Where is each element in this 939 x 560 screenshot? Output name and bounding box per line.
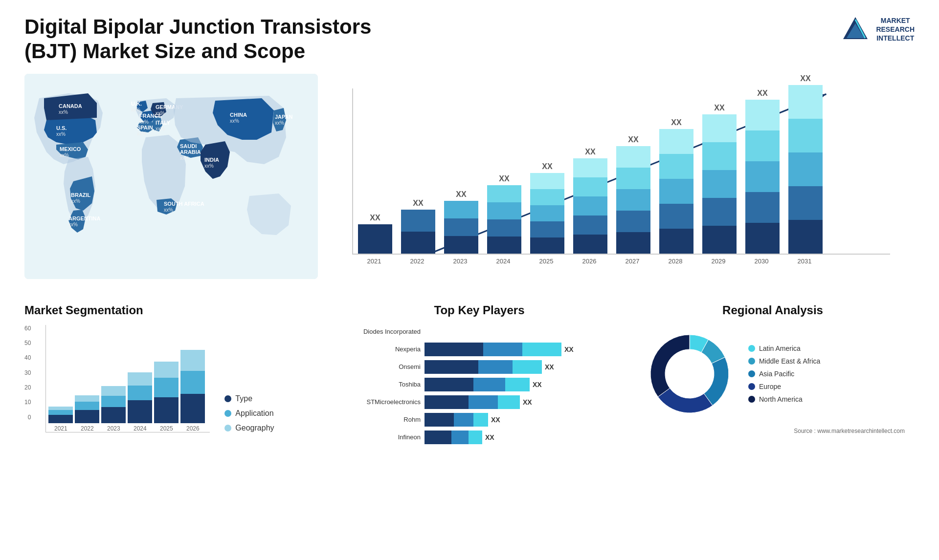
reg-legend-item-europe: Europe	[748, 383, 820, 390]
reg-legend-item-asia-pacific: Asia Pacific	[748, 370, 820, 378]
seg-bar-stacked	[154, 362, 179, 423]
japan-label: JAPAN	[275, 114, 293, 120]
player-bar-seg	[478, 360, 513, 374]
seg-year-label: 2026	[186, 425, 200, 432]
reg-legend-dot	[748, 383, 755, 390]
reg-legend-dot	[748, 370, 755, 377]
bar-segment	[745, 192, 780, 223]
bar-segment	[745, 161, 780, 192]
player-bar-seg	[473, 413, 488, 427]
player-name: Diodes Incorporated	[342, 328, 421, 335]
seg-bar-group: 2025	[154, 362, 179, 432]
donut-segment-north-america	[650, 335, 690, 397]
india-label: INDIA	[204, 157, 219, 163]
player-name: Rohm	[342, 416, 421, 423]
bar-stacked-2028	[659, 129, 693, 254]
player-value: XX	[485, 433, 494, 441]
bar-group-2027: XX	[616, 135, 650, 254]
donut-segment-asia-pacific	[704, 357, 729, 406]
player-row: InfineonXX	[342, 431, 616, 444]
svg-text:xx%: xx%	[164, 207, 173, 213]
svg-text:xx%: xx%	[71, 198, 80, 204]
bar-segment	[530, 205, 564, 221]
player-row: RohmXX	[342, 413, 616, 427]
legend-dot	[224, 425, 231, 431]
source-text: Source : www.marketresearchintellect.com	[641, 428, 905, 434]
player-bar	[425, 343, 561, 356]
player-value: XX	[491, 416, 500, 424]
regional-section: Regional Analysis Latin AmericaMiddle Ea…	[631, 303, 915, 448]
chart-section: XXXXXXXXXXXXXXXXXXXXXX 20212022202320242…	[337, 74, 915, 289]
player-bar-seg	[513, 360, 542, 374]
chart-year-label-2025: 2025	[529, 258, 563, 265]
bar-segment	[530, 221, 564, 237]
segmentation-title: Market Segmentation	[24, 303, 318, 317]
player-bar-seg	[425, 343, 483, 356]
main-content: CANADA xx% U.S. xx% MEXICO xx% BRAZIL	[24, 74, 915, 448]
bar-top-label-2021: XX	[370, 214, 380, 222]
bar-segment	[401, 232, 435, 254]
player-name: Onsemi	[342, 363, 421, 370]
player-bar-wrap: XX	[425, 378, 616, 391]
player-bar-seg	[425, 413, 454, 427]
reg-legend-label: Asia Pacific	[759, 370, 794, 378]
bar-segment	[401, 210, 435, 232]
seg-year-label: 2024	[134, 425, 147, 432]
chart-year-label-2031: 2031	[787, 258, 822, 265]
bar-segment	[659, 129, 693, 154]
reg-legend-label: Latin America	[759, 345, 801, 352]
argentina-label: ARGENTINA	[68, 215, 100, 221]
bar-stacked-2022	[401, 210, 435, 254]
bar-top-label-2025: XX	[542, 162, 552, 171]
seg-bar-group: 2022	[75, 395, 99, 432]
map-section: CANADA xx% U.S. xx% MEXICO xx% BRAZIL	[24, 74, 318, 289]
bar-segment	[788, 220, 823, 254]
player-value: XX	[545, 363, 554, 371]
chart-bars: XXXXXXXXXXXXXXXXXXXXXX	[352, 88, 890, 255]
bar-segment	[487, 202, 521, 219]
seg-bar-stacked	[48, 407, 73, 423]
regional-content: Latin AmericaMiddle East & AfricaAsia Pa…	[641, 325, 905, 423]
chart-year-label-2021: 2021	[357, 258, 391, 265]
bar-group-2031: XX	[788, 74, 823, 254]
seg-year-label: 2025	[160, 425, 173, 432]
saudi-label: SAUDI	[180, 143, 197, 149]
bar-segment	[616, 211, 650, 232]
seg-bar-seg	[101, 396, 126, 407]
svg-text:xx%: xx%	[137, 131, 146, 136]
legend-label: Geography	[235, 424, 274, 432]
svg-text:xx%: xx%	[275, 120, 284, 126]
player-bar	[425, 378, 530, 391]
player-name: Nexperia	[342, 345, 421, 353]
logo-area: MARKET RESEARCH INTELLECT	[841, 15, 915, 44]
bar-stacked-2031	[788, 85, 823, 254]
seg-bar-group: 2023	[101, 386, 126, 432]
svg-text:xx%: xx%	[180, 155, 189, 161]
player-bar-wrap: XX	[425, 360, 616, 374]
bar-segment	[573, 235, 607, 254]
player-bar-seg	[425, 360, 478, 374]
bar-segment	[702, 142, 737, 170]
reg-legend-item-middle-east-&-africa: Middle East & Africa	[748, 357, 820, 365]
player-name: Infineon	[342, 433, 421, 441]
seg-bar-group: 2021	[48, 407, 73, 432]
player-bar-wrap: XX	[425, 413, 616, 427]
bar-group-2023: XX	[444, 190, 478, 254]
bar-stacked-2021	[358, 224, 392, 254]
player-bar-seg	[473, 378, 505, 391]
player-value: XX	[523, 398, 532, 406]
chart-year-label-2030: 2030	[744, 258, 779, 265]
bar-segment	[616, 168, 650, 189]
player-name: STMicroelectronics	[342, 398, 421, 406]
player-bar	[425, 360, 542, 374]
svg-text:xx%: xx%	[139, 119, 149, 125]
chart-year-label-2029: 2029	[701, 258, 736, 265]
safrica-label: SOUTH AFRICA	[164, 201, 204, 207]
players-title: Top Key Players	[342, 303, 616, 317]
donut-svg	[641, 325, 738, 423]
logo-text: MARKET RESEARCH INTELLECT	[876, 16, 915, 43]
bar-stacked-2024	[487, 185, 521, 254]
svg-text:xx%: xx%	[131, 107, 140, 112]
svg-text:xx%: xx%	[68, 222, 78, 227]
seg-bar-seg	[128, 386, 152, 400]
